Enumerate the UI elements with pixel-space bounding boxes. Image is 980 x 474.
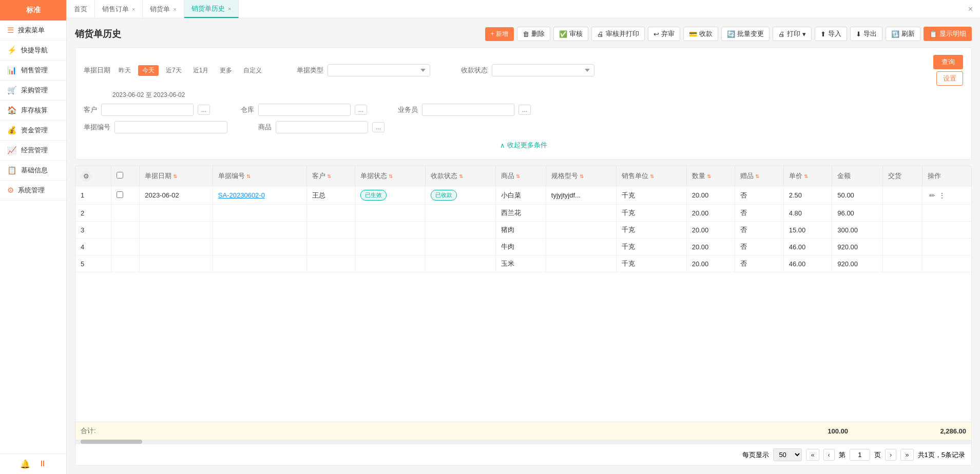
row-qty: 20.00 <box>686 255 735 272</box>
close-tab-sales-order[interactable]: × <box>132 6 135 12</box>
page-number-input[interactable] <box>850 449 870 461</box>
staff-ellipsis-btn[interactable]: ... <box>518 105 531 115</box>
audit-button[interactable]: ✅ 审核 <box>553 27 588 41</box>
goods-ellipsis-btn[interactable]: ... <box>372 122 385 132</box>
row-checkbox[interactable] <box>111 255 139 272</box>
col-gift[interactable]: 赠品 ⇅ <box>735 166 784 186</box>
last-page-button[interactable]: » <box>900 449 913 461</box>
row-checkbox[interactable] <box>111 186 139 205</box>
date-tab-more[interactable]: 更多 <box>216 65 236 76</box>
sidebar-item-basic-info[interactable]: 📋 基础信息 <box>0 161 66 181</box>
first-page-button[interactable]: « <box>806 449 819 461</box>
date-label: 单据日期 <box>84 66 110 75</box>
row-customer <box>306 222 355 239</box>
audit-print-button[interactable]: 🖨 审核并打印 <box>591 27 645 41</box>
col-spec[interactable]: 规格型号 ⇅ <box>546 166 616 186</box>
warehouse-input[interactable] <box>258 104 351 116</box>
scrollbar-thumb[interactable] <box>81 440 142 444</box>
row-doc-no[interactable] <box>213 239 306 255</box>
refresh-button[interactable]: 🔃 刷新 <box>886 27 920 41</box>
sidebar-item-quick-nav[interactable]: ⚡ 快捷导航 <box>0 41 66 61</box>
col-checkbox[interactable] <box>111 166 139 186</box>
sidebar-item-finance[interactable]: 💰 资金管理 <box>0 121 66 141</box>
sidebar-item-inventory[interactable]: 🏠 库存核算 <box>0 101 66 121</box>
sort-gift-icon: ⇅ <box>755 173 759 179</box>
col-price[interactable]: 单价 ⇅ <box>783 166 832 186</box>
edit-action-button[interactable]: ✏ <box>928 191 937 200</box>
close-tab-sales-goods[interactable]: × <box>173 6 176 12</box>
sidebar-item-system[interactable]: ⚙ 系统管理 <box>0 181 66 201</box>
col-doc-status[interactable]: 单据状态 ⇅ <box>355 166 426 186</box>
import-button[interactable]: ⬆ 导入 <box>815 27 847 41</box>
more-action-button[interactable]: ⋮ <box>937 191 947 200</box>
row-doc-no[interactable] <box>213 222 306 239</box>
page-size-select[interactable]: 50 20 100 <box>773 448 802 461</box>
table-row: 4牛肉千克20.00否46.00920.00 <box>75 239 971 255</box>
col-doc-no[interactable]: 单据编号 ⇅ <box>213 166 306 186</box>
date-tab-custom[interactable]: 自定义 <box>239 65 266 76</box>
sidebar-item-search[interactable]: ☰ 搜索菜单 <box>0 21 66 41</box>
tab-sales-history[interactable]: 销货单历史 × <box>184 0 239 18</box>
col-qty[interactable]: 数量 ⇅ <box>686 166 735 186</box>
settings-icon[interactable]: ⚙ <box>81 170 92 182</box>
goods-input[interactable] <box>276 121 368 133</box>
row-doc-no[interactable] <box>213 255 306 272</box>
row-no: 2 <box>75 205 111 222</box>
col-collect-status[interactable]: 收款状态 ⇅ <box>426 166 496 186</box>
col-unit[interactable]: 销售单位 ⇅ <box>616 166 686 186</box>
staff-input[interactable] <box>422 104 514 116</box>
tab-home[interactable]: 首页 <box>67 0 95 18</box>
date-tab-7days[interactable]: 近7天 <box>162 65 186 76</box>
setting-button[interactable]: 设置 <box>936 71 963 86</box>
customer-input[interactable] <box>101 104 194 116</box>
sidebar-item-sales[interactable]: 📊 销售管理 <box>0 61 66 81</box>
new-button[interactable]: + 新增 <box>485 27 514 41</box>
delete-button[interactable]: 🗑 删除 <box>517 27 550 41</box>
close-tab-sales-history[interactable]: × <box>228 6 231 12</box>
close-all-tabs-button[interactable]: × <box>961 5 980 14</box>
print-button[interactable]: 🖨 打印 ▾ <box>773 27 812 41</box>
horizontal-scrollbar[interactable] <box>75 440 971 444</box>
tab-sales-history-label: 销货单历史 <box>191 4 225 13</box>
tab-sales-order[interactable]: 销售订单 × <box>95 0 143 18</box>
delete-icon: 🗑 <box>523 30 529 38</box>
collect-status-select[interactable] <box>492 64 594 76</box>
sidebar-item-operation[interactable]: 📈 经营管理 <box>0 141 66 161</box>
next-page-button[interactable]: › <box>885 449 896 461</box>
col-customer[interactable]: 客户 ⇅ <box>306 166 355 186</box>
row-select-checkbox[interactable] <box>117 191 123 198</box>
date-tab-yesterday[interactable]: 昨天 <box>114 65 135 76</box>
row-doc-no[interactable]: SA-20230602-0 <box>213 186 306 205</box>
collapse-button[interactable]: ∧ 收起更多条件 <box>84 139 963 152</box>
col-settings[interactable]: ⚙ <box>75 166 111 186</box>
select-all-checkbox[interactable] <box>117 172 123 179</box>
row-checkbox[interactable] <box>111 239 139 255</box>
row-gift: 否 <box>735 239 784 255</box>
row-checkbox[interactable] <box>111 222 139 239</box>
sidebar-item-purchase[interactable]: 🛒 采购管理 <box>0 81 66 101</box>
col-date[interactable]: 单据日期 ⇅ <box>140 166 213 186</box>
row-doc-status <box>355 205 426 222</box>
row-checkbox[interactable] <box>111 205 139 222</box>
collect-button[interactable]: 💳 收款 <box>683 27 718 41</box>
notification-icon[interactable]: 🔔 <box>20 459 30 469</box>
doc-type-select[interactable] <box>328 64 430 76</box>
prev-page-button[interactable]: ‹ <box>823 449 835 461</box>
batch-change-button[interactable]: 🔄 批量变更 <box>721 27 770 41</box>
show-detail-button[interactable]: 📋 显示明细 <box>924 27 972 41</box>
col-amount: 金额 <box>832 166 883 186</box>
query-button[interactable]: 查询 <box>933 55 963 69</box>
col-goods[interactable]: 商品 ⇅ <box>495 166 546 186</box>
page-title: 销货单历史 <box>75 28 121 40</box>
date-tab-today[interactable]: 今天 <box>138 65 159 76</box>
tab-sales-goods[interactable]: 销货单 × <box>143 0 184 18</box>
doc-no-link[interactable]: SA-20230602-0 <box>218 191 265 199</box>
export-button[interactable]: ⬇ 导出 <box>850 27 882 41</box>
customer-ellipsis-btn[interactable]: ... <box>198 105 210 115</box>
abandon-button[interactable]: ↩ 弃审 <box>648 27 680 41</box>
date-tab-1month[interactable]: 近1月 <box>189 65 213 76</box>
doc-no-input[interactable] <box>114 121 227 133</box>
pause-icon[interactable]: ⏸ <box>39 459 47 469</box>
warehouse-ellipsis-btn[interactable]: ... <box>355 105 367 115</box>
row-doc-no[interactable] <box>213 205 306 222</box>
